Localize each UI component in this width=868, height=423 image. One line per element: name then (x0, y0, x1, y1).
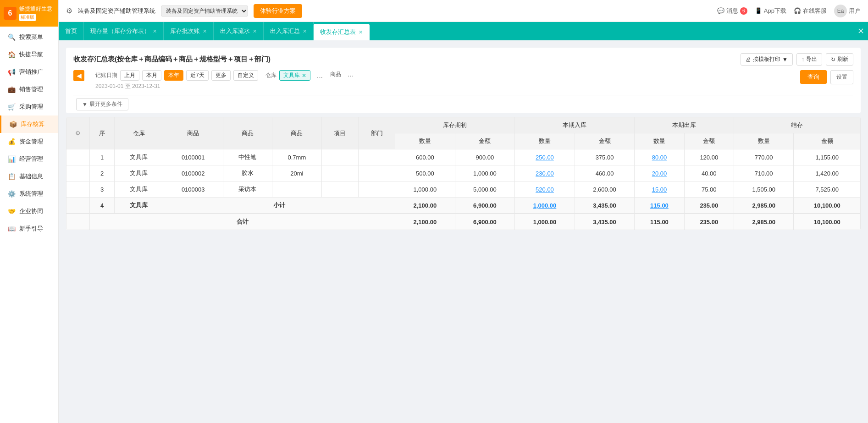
app-download-label: App下载 (764, 7, 786, 15)
row-settings (66, 165, 90, 181)
app-download-btn[interactable]: 📱 App下载 (755, 7, 786, 15)
date-btn-custom[interactable]: 自定义 (233, 70, 258, 81)
message-btn[interactable]: 💬 消息 6 (717, 7, 747, 15)
table-row: 3 文具库 0100003 采访本 1,000.00 5,000.00 520.… (66, 181, 861, 198)
date-btn-this-month[interactable]: 本月 (142, 70, 161, 81)
tab-receipt-summary-label: 收发存汇总表 (320, 28, 356, 36)
sidebar-item-finance[interactable]: 💰 资金管理 (0, 133, 58, 150)
print-template-btn[interactable]: 🖨 按模板打印 ▼ (741, 53, 793, 66)
col-open-amt-header: 金额 (455, 133, 515, 149)
warehouse-remove-btn[interactable]: ✕ (302, 72, 306, 79)
system-selector[interactable]: 装备及固定资产辅助管理系统 (161, 5, 248, 16)
col-no-header: 序 (90, 117, 114, 149)
row-in-qty[interactable]: 230.00 (515, 165, 575, 181)
sidebar-item-collab[interactable]: 🤝 企业协同 (0, 203, 58, 220)
date-filter-label: 记账日期 (95, 71, 117, 79)
sidebar-item-label: 企业协同 (19, 207, 43, 215)
footer-row: 合计 2,100.00 6,900.00 1,000.00 3,435.00 1… (66, 214, 861, 230)
row-spec (272, 181, 321, 198)
subtotal-in-amt: 3,435.00 (575, 198, 635, 214)
row-code: 0100001 (163, 149, 223, 165)
row-in-qty[interactable]: 520.00 (515, 181, 575, 198)
tab-receipt-summary-close[interactable]: ✕ (359, 29, 363, 35)
gear-button[interactable]: ⚙ (66, 6, 72, 15)
col-open-qty-header: 数量 (395, 133, 455, 149)
print-icon: 🖨 (746, 56, 751, 63)
row-dept (359, 149, 395, 165)
tab-batch-close[interactable]: ✕ (203, 28, 207, 34)
tab-inout-flow[interactable]: 出入库流水 ✕ (214, 22, 264, 40)
user-btn[interactable]: Ea 用户 (834, 5, 861, 17)
sidebar-item-label: 采购管理 (19, 103, 43, 111)
tab-batch[interactable]: 库存批次账 ✕ (164, 22, 214, 40)
row-out-qty[interactable]: 20.00 (635, 165, 684, 181)
sidebar-item-purchase[interactable]: 🛒 采购管理 (0, 98, 58, 115)
basic-icon: 📋 (7, 173, 16, 180)
print-label: 按模板打印 (753, 55, 780, 63)
export-btn[interactable]: ↑ 导出 (796, 53, 822, 66)
expand-conditions-btn[interactable]: ▼ 展开更多条件 (76, 98, 128, 110)
row-dept (359, 165, 395, 181)
tab-inventory-dist[interactable]: 现存量（库存分布表） ✕ (84, 22, 164, 40)
content-area: 收发存汇总表(按仓库＋商品编码＋商品＋规格型号＋项目＋部门) 🖨 按模板打印 ▼… (59, 40, 868, 423)
tab-home[interactable]: 首页 (59, 22, 84, 40)
subtotal-label: 小计 (163, 198, 395, 214)
sidebar-item-label: 经营管理 (19, 155, 43, 163)
col-open-header: 库存期初 (395, 117, 515, 133)
filter-row: ◀ 记账日期 上月 本月 本年 近7天 更多 自定义 2023-01-01 至 … (73, 70, 853, 95)
row-project (321, 181, 358, 198)
col-warehouse-header: 仓库 (114, 117, 163, 149)
tab-inout-summary[interactable]: 出入库汇总 ✕ (264, 22, 314, 40)
export-icon: ↑ (802, 56, 804, 63)
col-out-header: 本期出库 (635, 117, 734, 133)
tabbar-close-btn[interactable]: ✕ (854, 26, 868, 36)
filter-collapse-btn[interactable]: ◀ (73, 70, 84, 81)
subtotal-warehouse: 文具库 (114, 198, 163, 214)
col-out-amt-header: 金额 (684, 133, 734, 149)
row-in-amt: 2,600.00 (575, 181, 635, 198)
sidebar-item-sales[interactable]: 💼 销售管理 (0, 81, 58, 98)
warehouse-dots-btn[interactable]: ... (317, 71, 323, 80)
col-settings[interactable]: ⚙ (66, 117, 90, 149)
sidebar-item-system[interactable]: ⚙️ 系统管理 (0, 185, 58, 203)
setting-button[interactable]: 设置 (830, 70, 853, 84)
subtotal-out-qty[interactable]: 115.00 (635, 198, 684, 214)
subtotal-in-qty[interactable]: 1,000.00 (515, 198, 575, 214)
tab-receipt-summary[interactable]: 收发存汇总表 ✕ (314, 24, 370, 40)
row-out-amt: 120.00 (684, 149, 734, 165)
tab-inout-summary-close[interactable]: ✕ (303, 28, 307, 34)
sidebar-item-operations[interactable]: 📊 经营管理 (0, 150, 58, 168)
chevron-down-icon: ▼ (782, 56, 788, 63)
sidebar-item-basic[interactable]: 📋 基础信息 (0, 168, 58, 185)
data-table-container: ⚙ 序 仓库 商品 商品 商品 项目 部门 库存期初 本期入库 本期出库 结存 (66, 117, 861, 230)
sidebar-item-quick[interactable]: 🏠 快捷导航 (0, 46, 58, 63)
sidebar-header: 6 畅捷通好生意 标准版 (0, 0, 58, 27)
tab-inventory-dist-close[interactable]: ✕ (153, 28, 157, 34)
subtotal-row: 4 文具库 小计 2,100.00 6,900.00 1,000.00 3,43… (66, 198, 861, 214)
date-btn-more[interactable]: 更多 (211, 70, 231, 81)
app-edition: 标准版 (19, 14, 36, 21)
refresh-btn[interactable]: ↻ 刷新 (826, 53, 853, 66)
sidebar-item-marketing[interactable]: 📢 营销推广 (0, 63, 58, 81)
tab-inout-flow-close[interactable]: ✕ (253, 28, 257, 34)
sales-icon: 💼 (7, 86, 16, 93)
sidebar-item-inventory[interactable]: 📦 库存核算 (0, 115, 58, 133)
trial-button[interactable]: 体验行业方案 (254, 4, 302, 18)
date-btn-last-month[interactable]: 上月 (120, 70, 139, 81)
sidebar-item-label: 新手引导 (19, 225, 43, 233)
footer-in-qty: 1,000.00 (515, 214, 575, 230)
row-out-qty[interactable]: 80.00 (635, 149, 684, 165)
row-out-qty[interactable]: 15.00 (635, 181, 684, 198)
col-in-amt-header: 金额 (575, 133, 635, 149)
date-btn-this-year[interactable]: 本年 (164, 70, 183, 81)
online-service-btn[interactable]: 🎧 在线客服 (794, 7, 827, 15)
goods-dots-btn[interactable]: ... (348, 70, 354, 78)
query-button[interactable]: 查询 (800, 70, 827, 84)
warehouse-filter: 仓库 文具库 ✕ ... (265, 70, 323, 81)
topbar: ⚙ 装备及固定资产辅助管理系统 装备及固定资产辅助管理系统 体验行业方案 💬 消… (59, 0, 868, 22)
sidebar-item-label: 资金管理 (19, 137, 43, 146)
sidebar-item-search[interactable]: 🔍 搜索菜单 (0, 28, 58, 46)
date-btn-7days[interactable]: 近7天 (186, 70, 209, 81)
row-in-qty[interactable]: 250.00 (515, 149, 575, 165)
sidebar-item-guide[interactable]: 📖 新手引导 (0, 220, 58, 237)
